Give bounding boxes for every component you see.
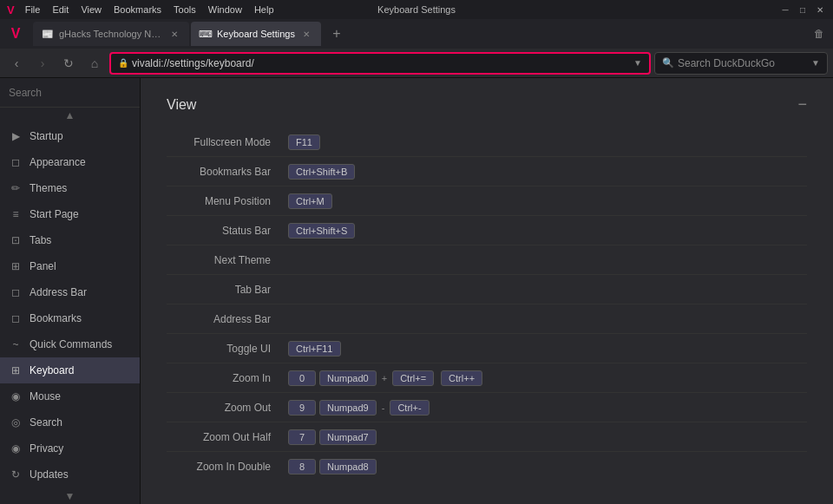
section-title: View [167, 97, 196, 113]
tab-ghacks-close[interactable]: ✕ [168, 28, 180, 40]
sidebar-item-keyboard[interactable]: ⊞ Keyboard [0, 357, 140, 383]
table-row: Zoom In Double 8 Numpad8 [167, 452, 807, 481]
url-security-icon: 🔒 [118, 58, 128, 68]
maximize-button[interactable]: □ [797, 3, 809, 16]
sidebar-item-tabs[interactable]: ⊡ Tabs [0, 227, 140, 253]
shortcut-container: 8 Numpad8 [288, 459, 377, 475]
tab-keyboard[interactable]: ⌨ Keyboard Settings ✕ [191, 22, 321, 46]
sidebar-item-startpage[interactable]: ≡ Start Page [0, 201, 140, 227]
reload-button[interactable]: ↻ [57, 52, 80, 75]
quickcommands-icon: ~ [9, 337, 23, 351]
tab-keyboard-close[interactable]: ✕ [300, 28, 312, 40]
table-row: Next Theme [167, 245, 807, 275]
sidebar-item-privacy[interactable]: ◉ Privacy [0, 435, 140, 461]
sidebar-item-search-label: Search [30, 416, 62, 429]
row-label: Zoom In [167, 372, 288, 384]
sidebar-scroll-down[interactable]: ▼ [0, 488, 140, 504]
shortcut-container: 0 Numpad0 + Ctrl+= Ctrl++ [288, 370, 482, 386]
themes-icon: ✏ [9, 181, 23, 195]
search-dropdown-icon[interactable]: ▼ [811, 58, 820, 68]
row-label: Menu Position [167, 195, 288, 207]
shortcut-key: Ctrl+Shift+S [288, 223, 355, 239]
trash-button[interactable]: 🗑 [809, 23, 830, 44]
tab-keyboard-label: Keyboard Settings [217, 29, 295, 39]
search-icon: 🔍 [662, 57, 674, 69]
addressbar-icon: ◻ [9, 285, 23, 299]
table-row: Bookmarks Bar Ctrl+Shift+B [167, 157, 807, 187]
menu-tools[interactable]: Tools [174, 4, 196, 15]
menu-view[interactable]: View [81, 4, 102, 15]
shortcut-key: Numpad9 [319, 400, 377, 416]
sidebar-item-search[interactable]: ◎ Search [0, 409, 140, 435]
close-button[interactable]: ✕ [814, 3, 826, 16]
keyboard-table: Fullscreen Mode F11 Bookmarks Bar Ctrl+S… [167, 128, 807, 481]
shortcut-container: F11 [288, 134, 320, 150]
privacy-icon: ◉ [9, 442, 23, 455]
tab-keyboard-favicon: ⌨ [200, 28, 212, 40]
shortcut-key: 9 [288, 400, 316, 416]
sidebar-item-updates[interactable]: ↻ Updates [0, 461, 140, 488]
sidebar-item-addressbar[interactable]: ◻ Address Bar [0, 279, 140, 305]
row-label: Tab Bar [167, 284, 288, 296]
sidebar-item-themes-label: Themes [30, 182, 67, 194]
content-area: View − Fullscreen Mode F11 Bookmarks Bar… [141, 78, 833, 504]
sidebar-item-startup[interactable]: ▶ Startup [0, 123, 140, 149]
panel-icon: ⊞ [9, 259, 23, 273]
sidebar-scroll-up[interactable]: ▲ [0, 108, 140, 123]
table-row: Address Bar [167, 304, 807, 334]
sidebar-item-quickcommands[interactable]: ~ Quick Commands [0, 331, 140, 357]
vivaldi-icon: V [11, 26, 21, 42]
sidebar-item-addressbar-label: Address Bar [30, 286, 87, 298]
section-collapse-button[interactable]: − [797, 95, 807, 114]
menu-file[interactable]: File [25, 4, 41, 15]
sidebar-item-mouse[interactable]: ◉ Mouse [0, 383, 140, 409]
forward-button[interactable]: › [31, 52, 54, 75]
sidebar-item-bookmarks[interactable]: ◻ Bookmarks [0, 305, 140, 331]
url-text: vivaldi://settings/keyboard/ [132, 57, 630, 69]
home-button[interactable]: ⌂ [83, 52, 106, 75]
minus-separator: - [380, 403, 387, 413]
menu-help[interactable]: Help [254, 4, 274, 15]
sidebar: ▲ ▶ Startup ◻ Appearance ✏ Themes ≡ Star… [0, 78, 141, 504]
row-label: Next Theme [167, 254, 288, 266]
shortcut-key: Numpad8 [319, 459, 377, 475]
table-row: Status Bar Ctrl+Shift+S [167, 216, 807, 245]
new-tab-button[interactable]: + [326, 23, 347, 44]
tab-ghacks-label: gHacks Technology News [59, 29, 163, 39]
table-row: Zoom Out Half 7 Numpad7 [167, 422, 807, 452]
sidebar-item-appearance[interactable]: ◻ Appearance [0, 149, 140, 175]
mouse-icon: ◉ [9, 389, 23, 403]
sidebar-search[interactable] [0, 78, 140, 108]
appearance-icon: ◻ [9, 155, 23, 169]
startpage-icon: ≡ [9, 207, 23, 221]
shortcut-key: 7 [288, 429, 316, 445]
shortcut-key: Ctrl+Shift+B [288, 164, 355, 180]
tab-ghacks-favicon: 📰 [42, 28, 54, 40]
shortcut-key: Ctrl+M [288, 193, 332, 209]
sidebar-item-startup-label: Startup [30, 130, 63, 142]
title-bar: V File Edit View Bookmarks Tools Window … [0, 0, 833, 19]
back-button[interactable]: ‹ [5, 52, 28, 75]
shortcut-container: Ctrl+Shift+B [288, 164, 355, 180]
sidebar-item-appearance-label: Appearance [30, 156, 86, 168]
plus-separator: + [380, 373, 389, 383]
row-label: Address Bar [167, 313, 288, 325]
window-controls: ─ □ ✕ [779, 3, 826, 16]
table-row: Toggle UI Ctrl+F11 [167, 334, 807, 363]
minimize-button[interactable]: ─ [779, 3, 791, 16]
menu-bookmarks[interactable]: Bookmarks [114, 4, 161, 15]
row-label: Fullscreen Mode [167, 136, 288, 148]
shortcut-container: 7 Numpad7 [288, 429, 377, 445]
sidebar-search-input[interactable] [9, 87, 131, 99]
menu-window[interactable]: Window [208, 4, 242, 15]
sidebar-item-panel[interactable]: ⊞ Panel [0, 253, 140, 279]
address-bar[interactable]: 🔒 vivaldi://settings/keyboard/ ▼ [109, 52, 651, 75]
search-bar[interactable]: 🔍 Search DuckDuckGo ▼ [654, 52, 828, 75]
menu-edit[interactable]: Edit [52, 4, 69, 15]
title-bar-menu: File Edit View Bookmarks Tools Window He… [25, 4, 274, 15]
sidebar-item-themes[interactable]: ✏ Themes [0, 175, 140, 201]
tab-ghacks[interactable]: 📰 gHacks Technology News ✕ [33, 22, 189, 46]
url-dropdown-icon[interactable]: ▼ [633, 58, 642, 68]
window-title: Keyboard Settings [377, 4, 456, 15]
table-row: Menu Position Ctrl+M [167, 187, 807, 216]
